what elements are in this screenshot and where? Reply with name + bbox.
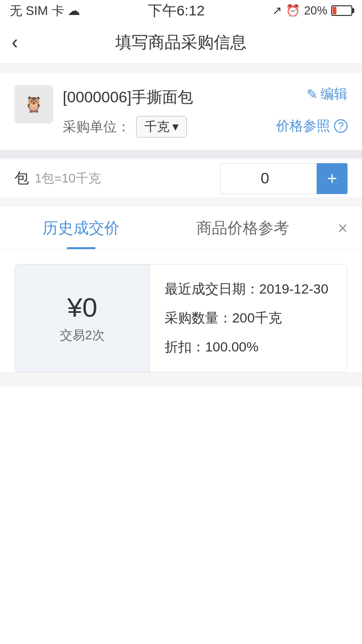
tab-close-button[interactable]: × bbox=[323, 218, 362, 238]
quantity-section: 包 1包=10千克 + bbox=[0, 159, 362, 197]
status-left: 无 SIM 卡 ☁ bbox=[10, 2, 80, 19]
battery-percent: 20% bbox=[304, 4, 327, 17]
product-thumbnail: 🦉 bbox=[14, 85, 53, 124]
unit-value: 千克 bbox=[144, 118, 169, 135]
tabs-section: 历史成交价 商品价格参考 × ¥0 交易2次 最近成交日期：2019-12-30… bbox=[0, 207, 362, 372]
unit-select[interactable]: 千克 ▾ bbox=[136, 116, 187, 138]
nav-bar: ‹ 填写商品采购信息 bbox=[0, 21, 362, 64]
product-name: [0000006]手撕面包 bbox=[63, 87, 193, 108]
product-card: 🦉 [0000006]手撕面包 采购单位： 千克 ▾ ✎ 编辑 bbox=[0, 73, 362, 149]
product-header: 🦉 [0000006]手撕面包 采购单位： 千克 ▾ ✎ 编辑 bbox=[14, 85, 348, 138]
network-status: 无 SIM 卡 ☁ bbox=[10, 2, 80, 19]
unit-info: 包 1包=10千克 bbox=[14, 168, 101, 188]
product-left: 🦉 [0000006]手撕面包 采购单位： 千克 ▾ bbox=[14, 85, 193, 138]
trade-card-left: ¥0 交易2次 bbox=[15, 265, 150, 372]
separator-bar bbox=[0, 150, 362, 158]
edit-button[interactable]: ✎ 编辑 bbox=[306, 85, 348, 103]
page-title: 填写商品采购信息 bbox=[115, 31, 247, 54]
trade-date-row: 最近成交日期：2019-12-30 bbox=[165, 279, 333, 299]
unit-conversion: 1包=10千克 bbox=[35, 170, 101, 187]
product-unit-row: 采购单位： 千克 ▾ bbox=[63, 116, 193, 138]
quantity-input[interactable] bbox=[220, 163, 317, 194]
product-owl-icon: 🦉 bbox=[24, 95, 43, 113]
back-button[interactable]: ‹ bbox=[12, 31, 18, 53]
quantity-input-row: + bbox=[220, 163, 348, 194]
trade-card: ¥0 交易2次 最近成交日期：2019-12-30 采购数量：200千克 折扣：… bbox=[14, 264, 348, 372]
status-bar: 无 SIM 卡 ☁ 下午6:12 ↗ ⏰ 20% bbox=[0, 0, 362, 21]
trade-count: 交易2次 bbox=[60, 327, 104, 344]
product-actions: ✎ 编辑 价格参照 ? bbox=[276, 85, 348, 135]
tab-price-reference[interactable]: 商品价格参考 bbox=[162, 207, 323, 249]
battery-icon bbox=[331, 5, 352, 16]
tab-history-price[interactable]: 历史成交价 bbox=[0, 207, 162, 249]
product-info: [0000006]手撕面包 采购单位： 千克 ▾ bbox=[63, 87, 193, 138]
status-time: 下午6:12 bbox=[148, 1, 205, 21]
price-ref-button[interactable]: 价格参照 ? bbox=[276, 117, 348, 135]
alarm-icon: ⏰ bbox=[286, 4, 300, 17]
trade-price: ¥0 bbox=[67, 293, 97, 322]
edit-icon: ✎ bbox=[306, 86, 318, 102]
status-right: ↗ ⏰ 20% bbox=[272, 4, 352, 17]
unit-label: 采购单位： bbox=[63, 118, 130, 136]
tabs-header: 历史成交价 商品价格参考 × bbox=[0, 207, 362, 250]
trade-card-right: 最近成交日期：2019-12-30 采购数量：200千克 折扣：100.00% bbox=[150, 265, 347, 372]
trade-qty-row: 采购数量：200千克 bbox=[165, 308, 333, 328]
quantity-plus-button[interactable]: + bbox=[317, 163, 348, 194]
bottom-area bbox=[0, 387, 362, 644]
trade-discount-row: 折扣：100.00% bbox=[165, 337, 333, 357]
chevron-down-icon: ▾ bbox=[172, 119, 179, 134]
help-icon: ? bbox=[334, 119, 348, 133]
unit-box-label: 包 bbox=[14, 168, 29, 188]
gps-icon: ↗ bbox=[272, 4, 282, 17]
